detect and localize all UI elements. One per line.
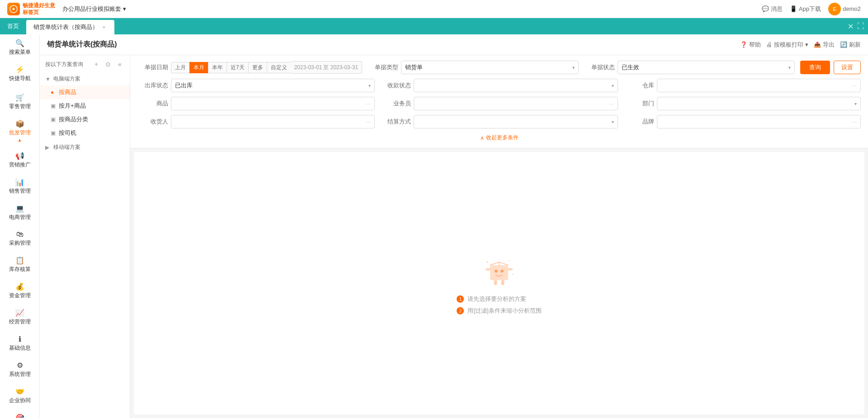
sidebar-item-enterprise[interactable]: 🤝 企业协同 — [0, 383, 39, 409]
date-tag-last-month[interactable]: 上月 — [171, 62, 189, 73]
page-header: 销货单统计表(按商品) ❓ 帮助 🖨 按模板打印 ▾ 📤 导出 🔄 刷新 — [40, 34, 868, 55]
tab-close-button[interactable]: × — [101, 24, 107, 30]
search-icon: 🔍 — [15, 39, 24, 48]
goods-filter: 商品 ··· — [137, 97, 375, 110]
tab-bar: 首页 销货单统计表（按商品） × ✕ ⛶ — [0, 18, 868, 34]
query-button[interactable]: 查询 — [800, 61, 830, 74]
sidebar-item-marketing[interactable]: 📢 营销推广 — [0, 147, 39, 173]
warehouse-filter: 仓库 ··· — [623, 79, 861, 92]
left-panel-actions: ＋ ⊙ « — [92, 60, 124, 69]
settings-scheme-button[interactable]: ⊙ — [104, 60, 113, 69]
sidebar-item-finance[interactable]: 💰 资金管理 — [0, 278, 39, 304]
warehouse-dots-icon: ··· — [851, 82, 857, 89]
svg-point-10 — [512, 273, 514, 275]
logo-area: 畅捷通好生意 标签页 — [7, 2, 55, 15]
sidebar-item-ecommerce[interactable]: 💻 电商管理 — [0, 200, 39, 226]
receiver-dots-icon: ··· — [366, 118, 371, 125]
salesman-select[interactable]: ··· — [414, 97, 618, 110]
app-download-button[interactable]: 📱 App下载 — [790, 5, 821, 13]
tab-close-window-button[interactable]: ✕ — [848, 22, 854, 31]
svg-rect-1 — [490, 265, 508, 280]
date-tag-custom[interactable]: 自定义 — [267, 62, 291, 73]
tree-driver-icon: ▣ — [51, 130, 57, 136]
chevron-down-icon: ▾ — [123, 5, 126, 12]
receiver-select[interactable]: ··· — [171, 115, 375, 128]
svg-point-9 — [509, 260, 510, 261]
brand-dots-icon: ··· — [851, 118, 857, 125]
tab-home[interactable]: 首页 — [0, 18, 26, 34]
svg-rect-4 — [494, 280, 497, 285]
left-panel: 按以下方案查询 ＋ ⊙ « ▼ 电脑端方案 ● 按商品 ▣ — [40, 55, 130, 418]
export-button[interactable]: 📤 导出 — [814, 41, 835, 49]
tree-item-by-goods[interactable]: ● 按商品 — [40, 86, 130, 99]
collapse-panel-button[interactable]: « — [115, 60, 124, 69]
brand-select[interactable]: ··· — [657, 115, 861, 128]
sidebar-item-system[interactable]: ⚙ 系统管理 — [0, 356, 39, 383]
template-print-button[interactable]: 🖨 按模板打印 ▾ — [766, 41, 808, 49]
sidebar-item-quick-nav[interactable]: ⚡ 快捷导航 — [0, 61, 39, 87]
settings-button[interactable]: 设置 — [834, 61, 861, 74]
settlement-select[interactable]: ▾ — [414, 115, 618, 128]
bill-status-filter: 单据状态 已生效 ▾ — [584, 61, 795, 74]
date-tags: 上月 本月 本年 近7天 更多 自定义 2023-03-01 至 2023-03… — [171, 61, 362, 74]
help-icon: ❓ — [740, 41, 747, 48]
wholesale-icon: 📦 — [15, 119, 24, 128]
quick-nav-icon: ⚡ — [15, 65, 24, 74]
sidebar-item-inventory[interactable]: 📋 库存核算 — [0, 252, 39, 278]
sidebar-item-wholesale[interactable]: 📦 批发管理 ▲ — [0, 115, 39, 147]
tree-item-by-goods-category[interactable]: ▣ 按商品分类 — [40, 113, 130, 126]
empty-tip-2: 2 用[过滤]条件来缩小分析范围 — [457, 307, 541, 315]
header-right: 💬 消息 📱 App下载 E demo2 — [762, 3, 861, 15]
sidebar-item-basics[interactable]: ℹ 基础信息 — [0, 330, 39, 356]
bill-type-arrow-icon: ▾ — [572, 65, 575, 70]
svg-rect-5 — [501, 280, 505, 285]
refresh-button[interactable]: 🔄 刷新 — [840, 41, 861, 49]
collapse-button[interactable]: ∧ 收起更多条件 — [137, 131, 861, 142]
message-button[interactable]: 💬 消息 — [762, 5, 783, 13]
settlement-filter: 结算方式 ▾ — [380, 115, 618, 128]
bill-type-select[interactable]: 销货单 ▾ — [401, 61, 578, 74]
print-icon: 🖨 — [766, 41, 772, 48]
date-tag-more[interactable]: 更多 — [248, 62, 267, 73]
sidebar-item-purchase[interactable]: 🛍 采购管理 — [0, 226, 39, 252]
tree-item-by-driver[interactable]: ▣ 按司机 — [40, 126, 130, 140]
tab-active[interactable]: 销货单统计表（按商品） × — [26, 20, 114, 34]
tab-maximize-button[interactable]: ⛶ — [857, 22, 864, 30]
sidebar-item-search[interactable]: 🔍 搜索菜单 — [0, 34, 39, 61]
out-status-select[interactable]: 已出库 ▾ — [171, 79, 375, 92]
logo-text: 畅捷通好生意 标签页 — [23, 2, 55, 15]
sidebar-item-operations[interactable]: 📈 经营管理 — [0, 304, 39, 330]
help-button[interactable]: ❓ 帮助 — [740, 41, 761, 49]
collapse-up-icon: ∧ — [480, 135, 484, 141]
date-tag-this-month[interactable]: 本月 — [189, 62, 208, 73]
add-scheme-button[interactable]: ＋ — [92, 60, 101, 69]
tree-section-mobile: ▶ 移动端方案 — [40, 140, 130, 154]
filter-row-3: 商品 ··· 业务员 ··· — [137, 97, 861, 110]
retail-icon: 🛒 — [15, 93, 24, 102]
marketing-icon: 📢 — [15, 152, 24, 160]
payment-status-select[interactable]: ▾ — [414, 79, 618, 92]
date-range-text: 2023-03-01 至 2023-03-31 — [291, 61, 362, 74]
sidebar-item-sales[interactable]: 📊 销售管理 — [0, 173, 39, 200]
date-tag-7days[interactable]: 近7天 — [226, 62, 248, 73]
operations-icon: 📈 — [15, 309, 24, 317]
out-status-filter: 出库状态 已出库 ▾ — [137, 79, 375, 92]
empty-tips: 1 请先选择要分析的方案 2 用[过滤]条件来缩小分析范围 — [457, 295, 541, 315]
ecommerce-icon: 💻 — [15, 204, 24, 213]
industry-selector[interactable]: 办公用品行业模拟账套 ▾ — [59, 3, 130, 15]
warehouse-select[interactable]: ··· — [657, 79, 861, 92]
department-select[interactable]: ▾ — [657, 97, 861, 110]
tree-item-by-month-goods[interactable]: ▣ 按月+商品 — [40, 99, 130, 113]
page-title: 销货单统计表(按商品) — [47, 40, 117, 55]
tree-mobile-expand-icon: ▶ — [45, 144, 52, 151]
refresh-icon: 🔄 — [840, 41, 847, 48]
enterprise-icon: 🤝 — [15, 387, 24, 396]
bill-status-select[interactable]: 已生效 ▾ — [618, 61, 795, 74]
sidebar-item-retail[interactable]: 🛒 零售管理 — [0, 89, 39, 115]
date-filter-group: 单据日期 上月 本月 本年 近7天 更多 自定义 2023-03-01 至 20… — [137, 61, 362, 74]
print-chevron-icon: ▾ — [805, 41, 808, 48]
goods-select[interactable]: ··· — [171, 97, 375, 110]
user-avatar[interactable]: E demo2 — [828, 3, 861, 15]
sidebar-item-newbie[interactable]: 🎯 新手引导 — [0, 409, 39, 418]
date-tag-this-year[interactable]: 本年 — [208, 62, 226, 73]
